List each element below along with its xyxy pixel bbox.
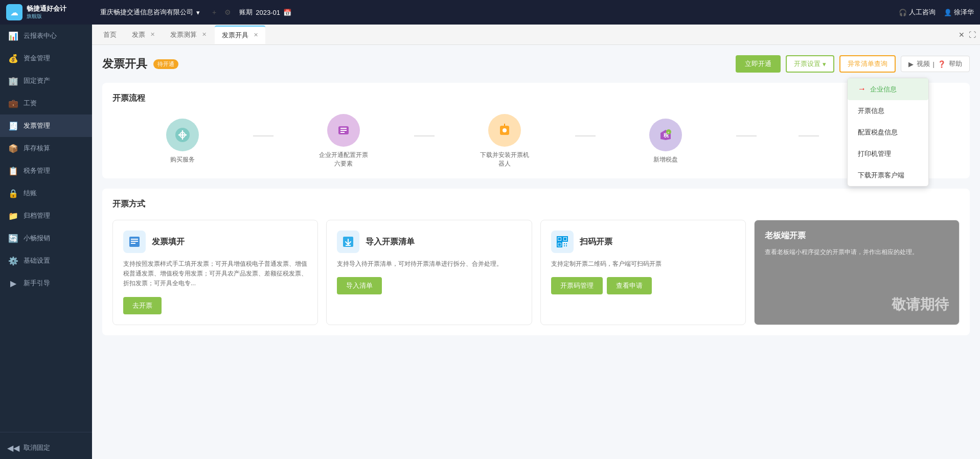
activate-button[interactable]: 立即开通 <box>736 55 781 73</box>
method-fill-actions: 去开票 <box>123 297 307 314</box>
sidebar-item-settings[interactable]: ⚙️ 基础设置 <box>0 249 92 272</box>
dropdown-item-printer[interactable]: 打印机管理 <box>848 143 928 165</box>
logo-text-block: 畅捷通好会计 旗舰版 <box>27 5 66 20</box>
dropdown-label-download: 下载开票客户端 <box>858 171 904 179</box>
page-header: 发票开具 待开通 立即开通 开票设置 ▾ 异常清单查询 ▶ 视频 | <box>102 55 970 73</box>
question-icon: ❓ <box>938 60 946 68</box>
settings-button-label: 开票设置 <box>794 59 821 68</box>
sidebar-item-salary[interactable]: 💼 工资 <box>0 92 92 114</box>
sidebar-item-archive[interactable]: 📁 归档管理 <box>0 204 92 227</box>
sidebar-item-invoice[interactable]: 🧾 发票管理 <box>0 114 92 137</box>
divider-1: + <box>212 8 216 16</box>
sidebar-item-guide[interactable]: ▶ 新手引导 <box>0 272 92 294</box>
dropdown-item-company[interactable]: → 企业信息 <box>848 78 928 100</box>
tab-invoice-calc-close[interactable]: ✕ <box>202 31 207 38</box>
method-scan-desc: 支持定制开票二维码，客户端可扫码开票 <box>551 259 735 269</box>
methods-section: 开票方式 发票填开 支持按照发票样式手工填开发票；可开具增值税电子普通发票、增值… <box>102 189 970 335</box>
tab-close-icon[interactable]: ✕ <box>959 31 965 39</box>
settings-dropdown: → 企业信息 开票信息 配置税盘信息 打印机管理 <box>847 78 929 187</box>
assets-icon: 🏢 <box>8 76 18 86</box>
video-help-button[interactable]: ▶ 视频 | ❓ 帮助 <box>901 56 970 72</box>
flow-step-3: 下载并安装开票机器人 <box>435 114 575 168</box>
closing-icon: 🔒 <box>8 188 18 198</box>
tab-invoice-issue[interactable]: 发票开具 ✕ <box>215 26 265 44</box>
sidebar-label-closing: 结账 <box>24 189 37 198</box>
method-import-title: 导入开票清单 <box>366 237 415 247</box>
goto-invoice-button[interactable]: 去开票 <box>123 297 162 314</box>
exception-button[interactable]: 异常清单查询 <box>839 55 896 73</box>
method-scan-icon <box>551 231 574 253</box>
svg-rect-29 <box>564 243 565 244</box>
coming-soon-overlay: 敬请期待 <box>892 295 949 314</box>
sidebar-item-expense[interactable]: 🔄 小畅报销 <box>0 227 92 249</box>
page-title: 发票开具 <box>102 56 147 72</box>
method-boss-header: 老板端开票 <box>765 231 949 241</box>
support-btn[interactable]: 🎧 人工咨询 <box>899 8 936 17</box>
sidebar-item-unpin[interactable]: ◀◀ 取消固定 <box>0 437 92 459</box>
flow-section-title: 开票流程 <box>112 93 960 104</box>
qr-manage-button[interactable]: 开票码管理 <box>551 277 603 294</box>
settings-icon[interactable]: ⚙ <box>224 8 231 16</box>
company-selector[interactable]: 重庆畅捷交通信息咨询有限公司 ▾ <box>96 6 204 19</box>
settings-button[interactable]: 开票设置 ▾ <box>786 55 834 73</box>
sidebar-label-unpin: 取消固定 <box>24 443 50 452</box>
sidebar-label-salary: 工资 <box>24 99 37 108</box>
method-card-boss: 老板端开票 查看老板端小程序提交的开票申请，并作出相应的处理。 敬请期待 <box>754 220 960 325</box>
sidebar-item-inventory[interactable]: 📦 库存核算 <box>0 137 92 159</box>
tax-icon: 📋 <box>8 166 18 176</box>
method-scan-actions: 开票码管理 查看申请 <box>551 277 735 294</box>
chevron-icon: ▾ <box>823 60 826 68</box>
archive-icon: 📁 <box>8 211 18 221</box>
sidebar-item-assets[interactable]: 🏢 固定资产 <box>0 70 92 92</box>
flow-step-2: 企业开通配置开票六要素 <box>274 114 414 168</box>
view-apply-button[interactable]: 查看申请 <box>607 277 652 294</box>
support-label: 人工咨询 <box>909 8 936 17</box>
tab-invoice[interactable]: 发票 ✕ <box>125 26 162 44</box>
company-name: 重庆畅捷交通信息咨询有限公司 <box>100 8 193 17</box>
method-scan-title: 扫码开票 <box>580 237 612 247</box>
calendar-icon[interactable]: 📅 <box>283 9 291 16</box>
tab-home[interactable]: 首页 <box>96 26 124 44</box>
sidebar-label-tax: 税务管理 <box>24 166 50 175</box>
sidebar-label-inventory: 库存核算 <box>24 144 50 153</box>
red-arrow: → <box>858 84 866 93</box>
expense-icon: 🔄 <box>8 233 18 243</box>
tab-maximize-icon[interactable]: ⛶ <box>969 31 976 39</box>
flow-steps: 购买服务 企业开通配置开票六要素 <box>112 114 960 168</box>
tab-invoice-calc[interactable]: 发票测算 ✕ <box>163 26 214 44</box>
step-icon-3 <box>488 114 521 147</box>
tab-invoice-label: 发票 <box>132 30 145 39</box>
dropdown-label-company: 企业信息 <box>870 85 897 93</box>
svg-rect-27 <box>564 238 566 240</box>
top-bar: ☁ 畅捷通好会计 旗舰版 重庆畅捷交通信息咨询有限公司 ▾ + ⚙ 账期 202… <box>0 0 980 25</box>
method-boss-title: 老板端开票 <box>765 231 806 241</box>
dropdown-item-download[interactable]: 下载开票客户端 <box>848 165 928 186</box>
tab-invoice-issue-close[interactable]: ✕ <box>254 32 258 38</box>
connector-4 <box>736 135 757 136</box>
logo-sub: 旗舰版 <box>27 13 66 20</box>
sidebar-label-guide: 新手引导 <box>24 279 50 288</box>
top-right: 🎧 人工咨询 👤 徐泽华 <box>899 8 974 17</box>
sidebar-item-tax[interactable]: 📋 税务管理 <box>0 159 92 182</box>
sidebar-item-closing[interactable]: 🔒 结账 <box>0 182 92 204</box>
period-info: 账期 2023-01 📅 <box>239 8 291 17</box>
headset-icon: 🎧 <box>899 9 907 16</box>
dropdown-item-tax-config[interactable]: 配置税盘信息 <box>848 122 928 143</box>
guide-icon: ▶ <box>8 278 18 288</box>
user-menu[interactable]: 👤 徐泽华 <box>944 8 974 17</box>
sidebar-item-reports[interactable]: 📊 云报表中心 <box>0 25 92 47</box>
sidebar-label-funds: 资金管理 <box>24 54 50 63</box>
sidebar-label-settings: 基础设置 <box>24 256 50 265</box>
import-list-button[interactable]: 导入清单 <box>337 277 382 294</box>
sidebar-label-reports: 云报表中心 <box>24 31 57 40</box>
sidebar-item-funds[interactable]: 💰 资金管理 <box>0 47 92 70</box>
method-fill-icon <box>123 231 146 253</box>
unpin-icon: ◀◀ <box>8 443 18 453</box>
svg-rect-28 <box>558 243 561 246</box>
connector-2 <box>414 135 435 136</box>
method-fill-header: 发票填开 <box>123 231 307 253</box>
tab-invoice-close[interactable]: ✕ <box>150 31 155 38</box>
dropdown-item-invoice-info[interactable]: 开票信息 <box>848 100 928 122</box>
reports-icon: 📊 <box>8 31 18 41</box>
tab-bar: 首页 发票 ✕ 发票测算 ✕ 发票开具 ✕ ✕ ⛶ <box>92 25 980 45</box>
